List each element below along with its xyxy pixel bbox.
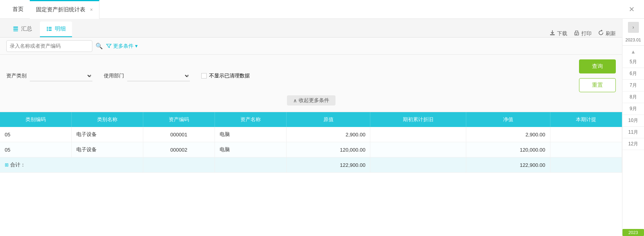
row2-net-value: 120,000.00	[466, 142, 550, 157]
row1-asset-code: 000001	[143, 127, 215, 142]
collapse-filter-button[interactable]: ∧ 收起更多条件	[287, 95, 336, 105]
asset-category-field: 资产类别 电子设备 ▾	[6, 70, 91, 81]
total-icon-cell: ⊞ 合计：	[0, 157, 143, 173]
tab-summary[interactable]: 汇总	[6, 21, 38, 37]
refresh-icon	[598, 30, 604, 37]
month-6[interactable]: 6月	[622, 68, 644, 80]
month-12[interactable]: 12月	[622, 138, 644, 150]
month-7[interactable]: 7月	[622, 80, 644, 91]
home-nav-item[interactable]: 首页	[6, 0, 30, 19]
row2-asset-name: 电脑	[215, 142, 286, 157]
col-asset-name: 资产名称	[215, 112, 286, 127]
svg-rect-6	[49, 29, 52, 29]
row2-original-value: 120,000.00	[287, 142, 370, 157]
tab-detail-label: 明细	[55, 25, 66, 32]
month-8[interactable]: 8月	[622, 91, 644, 103]
svg-rect-12	[575, 34, 577, 35]
query-button[interactable]: 查询	[579, 59, 616, 73]
tab-bar: 汇总 明细	[0, 19, 622, 38]
month-10[interactable]: 10月	[622, 115, 644, 127]
department-select[interactable]	[127, 70, 190, 81]
sidebar-collapse-button[interactable]: ›	[628, 22, 639, 33]
refresh-button[interactable]: 刷新	[598, 30, 616, 37]
tab-detail[interactable]: 明细	[40, 21, 72, 37]
download-label: 下载	[557, 30, 567, 37]
col-original-value: 原值	[287, 112, 370, 127]
total-label-text: 合计：	[10, 161, 25, 168]
col-category-code: 类别编码	[0, 112, 71, 127]
total-original-value: 122,900.00	[287, 157, 370, 173]
search-input[interactable]	[6, 40, 92, 52]
download-icon	[549, 30, 556, 37]
scroll-up-button[interactable]: ▲	[631, 47, 636, 56]
svg-rect-2	[13, 30, 18, 31]
print-label: 打印	[581, 30, 592, 37]
search-icon[interactable]: 🔍	[96, 43, 103, 50]
dept-dropdown-icon: ▾	[187, 74, 189, 78]
department-field: 使用部门 ▾	[104, 70, 189, 81]
date-display: 2023.01	[626, 36, 641, 44]
toolbar-right: 下载 打印	[549, 30, 616, 37]
filter-label: 更多条件	[113, 43, 133, 50]
row1-asset-name: 电脑	[215, 127, 286, 142]
collapse-label: 收起更多条件	[299, 97, 329, 104]
month-5[interactable]: 5月	[622, 56, 644, 68]
svg-rect-11	[575, 34, 578, 34]
total-empty-1	[143, 157, 215, 173]
table-wrapper[interactable]: 类别编码 类别名称 资产编码 资产名称 原值 期初累计折旧 净值 本期计提 05…	[0, 112, 622, 236]
left-panel: 汇总 明细	[0, 19, 622, 236]
asset-category-select[interactable]: 电子设备	[30, 70, 92, 81]
chevron-down-icon: ▾	[135, 43, 138, 49]
assets-table: 类别编码 类别名称 资产编码 资产名称 原值 期初累计折旧 净值 本期计提 05…	[0, 112, 622, 173]
download-button[interactable]: 下载	[549, 30, 567, 37]
col-accumulated-depreciation: 期初累计折旧	[370, 112, 466, 127]
svg-rect-8	[49, 30, 52, 31]
asset-category-label: 资产类别	[6, 72, 27, 79]
reset-button[interactable]: 重置	[579, 78, 616, 92]
active-tab[interactable]: 固定资产折旧统计表 ×	[30, 0, 99, 19]
table-row[interactable]: 05 电子设备 000002 电脑 120,000.00 120,000.00	[0, 142, 622, 157]
year-badge[interactable]: 2023	[622, 229, 644, 236]
total-accumulated	[370, 157, 466, 173]
svg-rect-0	[13, 27, 18, 28]
row1-net-value: 2,900.00	[466, 127, 550, 142]
svg-point-3	[47, 27, 48, 28]
row2-accumulated-depreciation	[370, 142, 466, 157]
layers-icon	[13, 26, 19, 32]
total-empty-2	[215, 157, 286, 173]
row2-category-name: 电子设备	[71, 142, 143, 157]
table-header-row: 类别编码 类别名称 资产编码 资产名称 原值 期初累计折旧 净值 本期计提	[0, 112, 622, 127]
filter-toggle-button[interactable]: 更多条件 ▾	[106, 43, 138, 50]
row1-category-code: 05	[0, 127, 71, 142]
total-row: ⊞ 合计： 122,900.00 122,900.00	[0, 157, 622, 173]
row2-category-code: 05	[0, 142, 71, 157]
month-9[interactable]: 9月	[622, 103, 644, 115]
tab-close-button[interactable]: ×	[90, 7, 93, 13]
row1-category-name: 电子设备	[71, 127, 143, 142]
print-button[interactable]: 打印	[574, 30, 592, 37]
filter-panel: 资产类别 电子设备 ▾ 使用部门 ▾ 不显示已清理数据	[0, 55, 622, 112]
svg-rect-4	[49, 27, 52, 28]
row2-asset-code: 000002	[143, 142, 215, 157]
table-row[interactable]: 05 电子设备 000001 电脑 2,900.00 2,900.00	[0, 127, 622, 142]
filter-buttons: 查询 重置	[579, 59, 616, 92]
main-content: 汇总 明细	[0, 19, 644, 236]
tab-title: 固定资产折旧统计表	[36, 6, 85, 13]
total-icon: ⊞	[5, 162, 9, 168]
row1-current-depreciation	[550, 127, 622, 142]
top-nav: 首页 固定资产折旧统计表 × ✕	[0, 0, 644, 19]
svg-point-5	[47, 29, 48, 30]
search-bar: 🔍 更多条件 ▾	[0, 38, 622, 55]
total-net-value: 122,900.00	[466, 157, 550, 173]
filter-row-1: 资产类别 电子设备 ▾ 使用部门 ▾ 不显示已清理数据	[6, 59, 616, 92]
col-category-name: 类别名称	[71, 112, 143, 127]
month-11[interactable]: 11月	[622, 127, 644, 138]
col-net-value: 净值	[466, 112, 550, 127]
col-asset-code: 资产编码	[143, 112, 215, 127]
hide-cleared-label: 不显示已清理数据	[209, 72, 250, 79]
hide-cleared-checkbox[interactable]	[201, 73, 207, 79]
right-sidebar: › 2023.01 ▲ 5月 6月 7月 8月 9月 10月 11月 12月 2…	[622, 19, 644, 236]
department-label: 使用部门	[104, 72, 124, 79]
window-close-button[interactable]: ✕	[626, 5, 638, 14]
list-icon	[46, 26, 52, 32]
